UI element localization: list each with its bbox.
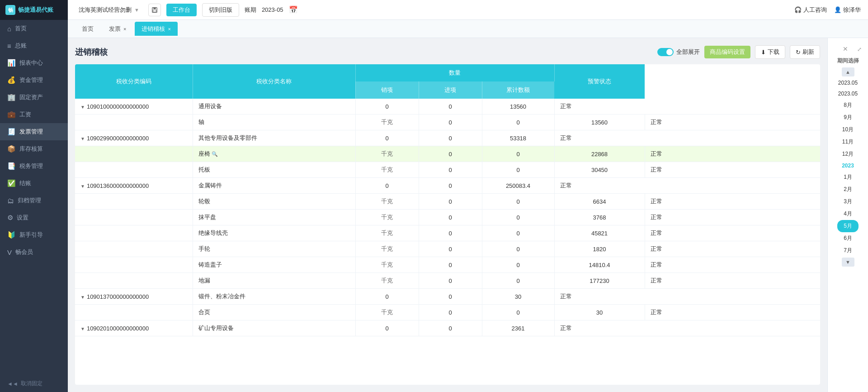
sidebar-item-label: 资金管理 bbox=[19, 76, 43, 84]
cell-purchase: 0 bbox=[419, 289, 482, 305]
table-row: ▼1090136000000000000 金属铸件 0 0 250083.4 正… bbox=[75, 178, 820, 194]
cell-code bbox=[75, 225, 193, 241]
sidebar-item-inventory[interactable]: 📦 库存核算 bbox=[0, 140, 68, 158]
cell-status: 正常 bbox=[554, 289, 645, 305]
cell-status: 正常 bbox=[554, 99, 645, 115]
user-profile[interactable]: 👤 徐泽华 bbox=[834, 6, 861, 14]
pin-icon: ◄◄ bbox=[7, 381, 18, 387]
company-selector[interactable]: 沈海英测试经营勿删 ▼ bbox=[75, 4, 143, 16]
sidebar-item-fixed[interactable]: 🏢 固定资产 bbox=[0, 89, 68, 106]
cell-purchase: 0 bbox=[482, 225, 554, 241]
tab-home-label: 首页 bbox=[82, 25, 94, 33]
toggle-switch[interactable] bbox=[657, 48, 674, 56]
tab-invoice-close[interactable]: × bbox=[123, 26, 126, 32]
cell-code: ▼1090137000000000000 bbox=[75, 289, 193, 305]
period-month-item[interactable]: 2023.05 bbox=[835, 88, 861, 99]
period-month-item[interactable]: 7月 bbox=[835, 244, 861, 257]
period-month-item[interactable]: 2月 bbox=[835, 183, 861, 196]
cell-total: 177230 bbox=[554, 273, 645, 289]
period-scroll-up[interactable]: ▲ bbox=[842, 67, 854, 76]
user-avatar-icon: 👤 bbox=[834, 6, 841, 13]
sidebar-item-reports[interactable]: 📊 报表中心 bbox=[0, 54, 68, 72]
switch-version-button[interactable]: 切到旧版 bbox=[202, 3, 239, 17]
settings-icon: ⚙ bbox=[7, 214, 13, 222]
period-month-item[interactable]: 3月 bbox=[835, 196, 861, 208]
sidebar-item-home[interactable]: ⌂ 首页 bbox=[0, 20, 68, 37]
cell-code bbox=[75, 162, 193, 178]
cell-name: 金属铸件 bbox=[193, 178, 355, 194]
period-month-item[interactable]: 5月 bbox=[837, 220, 859, 232]
table-row: 托板千克0030450正常 bbox=[75, 162, 820, 178]
headset-icon: 🎧 bbox=[794, 6, 802, 13]
period-month-item[interactable]: 4月 bbox=[835, 208, 861, 220]
cell-purchase: 0 bbox=[482, 241, 554, 257]
svg-rect-2 bbox=[153, 10, 156, 12]
fixed-icon: 🏢 bbox=[7, 93, 16, 101]
tab-home[interactable]: 首页 bbox=[75, 22, 100, 36]
cell-sale: 0 bbox=[419, 162, 482, 178]
top-bar-right: 🎧 人工咨询 👤 徐泽华 bbox=[794, 6, 861, 14]
cell-name: 合页 bbox=[193, 305, 355, 320]
sidebar-item-label: 归档管理 bbox=[18, 196, 41, 205]
cell-sale: 0 bbox=[419, 225, 482, 241]
sidebar-item-settings[interactable]: ⚙ 设置 bbox=[0, 209, 68, 226]
download-button[interactable]: ⬇ 下载 bbox=[755, 45, 785, 59]
sidebar-item-member[interactable]: V 畅会员 bbox=[0, 244, 68, 261]
period-month-item[interactable]: 9月 bbox=[835, 111, 861, 124]
table-row: 轴千克0013560正常 bbox=[75, 115, 820, 130]
panel-close-button[interactable]: ✕ bbox=[839, 43, 852, 54]
cell-unit: 千克 bbox=[355, 273, 419, 289]
refresh-button[interactable]: ↻ 刷新 bbox=[790, 45, 820, 59]
cell-status: 正常 bbox=[645, 146, 820, 162]
table-row: 轮毂千克006634正常 bbox=[75, 194, 820, 210]
cell-status: 正常 bbox=[645, 162, 820, 178]
pin-toggle[interactable]: ◄◄ 取消固定 bbox=[0, 375, 68, 392]
support-button[interactable]: 🎧 人工咨询 bbox=[794, 6, 827, 14]
tab-check[interactable]: 进销稽核 × bbox=[135, 22, 177, 36]
cell-purchase: 0 bbox=[419, 320, 482, 336]
period-month-item[interactable]: 11月 bbox=[835, 136, 861, 148]
table-row: 合页千克0030正常 bbox=[75, 305, 820, 320]
capital-icon: 💰 bbox=[7, 76, 16, 84]
period-month-item[interactable]: 2023.05 bbox=[835, 77, 861, 88]
period-scroll-down[interactable]: ▼ bbox=[842, 258, 854, 267]
cell-name: 其他专用设备及零部件 bbox=[193, 130, 355, 146]
sidebar-item-tax[interactable]: 📑 税务管理 bbox=[0, 158, 68, 175]
sidebar-item-invoice[interactable]: 🧾 发票管理 bbox=[0, 123, 68, 140]
period-month-item[interactable]: 8月 bbox=[835, 99, 861, 111]
workbench-button[interactable]: 工作台 bbox=[166, 4, 197, 16]
table-row: ▼1090100000000000000 通用设备 0 0 13560 正常 bbox=[75, 99, 820, 115]
period-month-item[interactable]: 12月 bbox=[835, 148, 861, 160]
th-quantity: 数量 bbox=[355, 64, 554, 81]
expand-toggle[interactable]: 全部展开 bbox=[657, 48, 700, 56]
cell-purchase: 0 bbox=[482, 115, 554, 130]
product-code-button[interactable]: 商品编码设置 bbox=[704, 46, 750, 58]
cell-sale: 0 bbox=[355, 289, 419, 305]
table-header-row: 税收分类编码 税收分类名称 数量 预警状态 bbox=[75, 64, 820, 81]
cell-sale: 0 bbox=[419, 257, 482, 273]
invoice-icon: 🧾 bbox=[7, 128, 16, 136]
cell-unit: 千克 bbox=[355, 146, 419, 162]
save-draft-button[interactable] bbox=[148, 4, 161, 16]
sidebar-item-label: 工资 bbox=[19, 110, 31, 119]
cell-code bbox=[75, 241, 193, 257]
period-month-item[interactable]: 10月 bbox=[835, 124, 861, 136]
sidebar-item-salary[interactable]: 💼 工资 bbox=[0, 106, 68, 123]
sidebar-item-settle[interactable]: ✅ 结账 bbox=[0, 175, 68, 192]
data-table-wrap[interactable]: 税收分类编码 税收分类名称 数量 预警状态 销项 进项 累计数额 ▼10 bbox=[75, 64, 820, 385]
cell-code: ▼1090201000000000000 bbox=[75, 320, 193, 336]
sidebar-item-guide[interactable]: 🔰 新手引导 bbox=[0, 226, 68, 244]
th-status: 预警状态 bbox=[554, 64, 645, 99]
tab-invoice[interactable]: 发票 × bbox=[102, 22, 133, 36]
calendar-icon[interactable]: 📅 bbox=[289, 5, 298, 14]
cell-name: 托板 bbox=[193, 162, 355, 178]
tab-check-close[interactable]: × bbox=[168, 26, 170, 32]
period-month-item[interactable]: 6月 bbox=[835, 232, 861, 244]
period-month-item[interactable]: 1月 bbox=[835, 171, 861, 183]
panel-expand-button[interactable]: ⤢ bbox=[854, 44, 865, 54]
sidebar-item-archive[interactable]: 🗂 归档管理 bbox=[0, 192, 68, 209]
download-icon: ⬇ bbox=[761, 49, 766, 56]
sidebar-item-capital[interactable]: 💰 资金管理 bbox=[0, 72, 68, 89]
cell-purchase: 0 bbox=[419, 130, 482, 146]
sidebar-item-ledger[interactable]: ≡ 总账 bbox=[0, 37, 68, 54]
